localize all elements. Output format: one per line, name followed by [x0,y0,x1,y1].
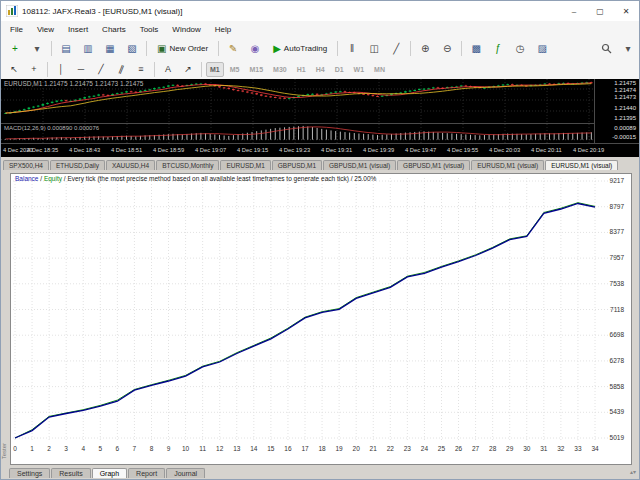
toolbar-separator [218,41,219,56]
svg-text:34: 34 [591,445,599,452]
maximize-button[interactable]: ▢ [587,1,613,21]
window-title: 108112: JAFX-Real3 - [EURUSD,M1 (visual)… [22,7,182,16]
zoom-out-icon[interactable]: ⊖ [437,39,457,59]
close-button[interactable]: ✕ [613,1,639,21]
price-axis-label: 1.21395 [614,115,636,121]
chart-tab-9[interactable]: EURUSD,M1 (visual) [545,160,618,170]
search-icon[interactable] [596,39,616,59]
chart-area[interactable]: EURUSD,M1 1.21475 1.21475 1.21473 1.2147… [1,79,639,157]
tester-tab-journal[interactable]: Journal [166,468,205,478]
time-label: 4 Dec 20:19 [573,147,604,153]
menu-insert[interactable]: Insert [61,24,95,35]
expert-advisors-icon[interactable]: ◉ [245,39,265,59]
minimize-button[interactable]: – [561,1,587,21]
toolbar-drawing: ↖+│─╱∥≡A↗M1M5M15M30H1H4D1W1MN [1,60,639,80]
menu-help[interactable]: Help [208,24,238,35]
templates-icon: ▨ [537,44,546,54]
scroll-arrows[interactable]: ▴▾ [630,468,636,475]
horizontal-line-icon[interactable]: ─ [72,61,90,78]
timeframe-m1[interactable]: M1 [206,62,224,77]
fibonacci-icon[interactable]: ≡ [132,61,150,78]
time-label: 4 Dec 19:39 [363,147,394,153]
periods-icon[interactable]: ◷ [510,39,530,59]
svg-text:8797: 8797 [610,203,625,210]
metaeditor-icon[interactable]: ✎ [223,39,243,59]
arrows-tool-icon: ↗ [184,65,192,74]
timeframe-h4[interactable]: H4 [312,62,329,77]
expert-advisors-icon: ◉ [251,44,260,54]
toolbar-separator [51,41,52,56]
tester-tab-results[interactable]: Results [51,468,90,478]
zoom-in-icon[interactable]: ⊕ [415,39,435,59]
trendline-icon[interactable]: ╱ [92,61,110,78]
chart-tab-5[interactable]: GBPUSD,M1 [272,160,322,170]
timeframe-m30[interactable]: M30 [269,62,291,77]
timeframe-d1[interactable]: D1 [331,62,348,77]
menu-bar: FileViewInsertChartsToolsWindowHelp [1,21,639,38]
arrows-tool-icon[interactable]: ↗ [179,61,197,78]
chart-tab-6[interactable]: GBPUSD,M1 (visual) [323,160,396,170]
svg-text:7538: 7538 [610,280,625,287]
svg-text:5: 5 [98,445,102,452]
toolbar-more-icon[interactable]: ▾ [618,39,638,59]
terminal-icon[interactable]: ▧ [122,39,142,59]
tester-legend: Balance / Equity / Every tick (the most … [15,175,376,182]
chart-tab-1[interactable]: ETHUSD,Daily [50,160,105,170]
bar-chart-icon[interactable]: ‖ [342,39,362,59]
svg-text:27: 27 [472,445,480,452]
menu-charts[interactable]: Charts [95,24,133,35]
indicators-icon[interactable]: ƒ [488,39,508,59]
chart-tab-8[interactable]: EURUSD,M1 (visual) [471,160,544,170]
svg-text:10: 10 [182,445,190,452]
fibonacci-icon: ≡ [138,65,143,74]
time-label: 4 Dec 18:43 [69,147,100,153]
svg-text:15: 15 [267,445,275,452]
new-chart-icon[interactable]: + [5,39,25,59]
profiles-icon[interactable]: ▾ [27,39,47,59]
data-window-icon[interactable]: ▥ [78,39,98,59]
svg-text:8: 8 [150,445,154,452]
channel-icon[interactable]: ∥ [112,61,130,78]
candlestick-chart-icon: ◫ [369,44,378,54]
timeframe-m15[interactable]: M15 [245,62,267,77]
tile-windows-icon[interactable]: ▩ [466,39,486,59]
chart-symbol-label: EURUSD,M1 1.21475 1.21475 1.21473 1.2147… [4,80,144,87]
timeframe-h1[interactable]: H1 [293,62,310,77]
bar-chart-icon: ‖ [350,44,354,54]
new-chart-icon: + [12,44,18,54]
menu-window[interactable]: Window [165,24,207,35]
crosshair-icon[interactable]: + [25,61,43,78]
menu-file[interactable]: File [3,24,30,35]
new-order-button[interactable]: ▣New Order [151,39,214,59]
chart-tab-3[interactable]: BTCUSD,Monthly [156,160,219,170]
svg-text:11: 11 [199,445,206,452]
menu-tools[interactable]: Tools [133,24,166,35]
svg-text:5439: 5439 [610,408,625,415]
timeframe-m5[interactable]: M5 [226,62,244,77]
tester-tab-settings[interactable]: Settings [9,468,50,478]
menu-view[interactable]: View [30,24,61,35]
svg-text:32: 32 [557,445,565,452]
tester-graph[interactable]: 0123456789101112131415161718192021222324… [11,174,629,462]
autotrading-button[interactable]: ▶AutoTrading [267,39,333,59]
line-chart-icon[interactable]: ╱ [386,39,406,59]
chart-tab-0[interactable]: SPX500,H4 [3,160,49,170]
templates-icon[interactable]: ▨ [532,39,552,59]
text-tool-icon[interactable]: A [159,61,177,78]
tester-tab-graph[interactable]: Graph [92,468,127,478]
chart-tab-7[interactable]: GBPUSD,M1 (visual) [397,160,470,170]
market-watch-icon[interactable]: ▤ [56,39,76,59]
vertical-line-icon[interactable]: │ [52,61,70,78]
svg-text:33: 33 [574,445,582,452]
chart-tab-2[interactable]: XAUUSD,H4 [106,160,155,170]
timeframe-mn[interactable]: MN [370,62,389,77]
candlestick-chart-icon[interactable]: ◫ [364,39,384,59]
tester-tab-report[interactable]: Report [128,468,165,478]
time-label: 4 Dec 20:11 [531,147,562,153]
tester-graph-box[interactable]: 0123456789101112131415161718192021222324… [10,173,632,465]
chart-tab-4[interactable]: EURUSD,M1 [220,160,270,170]
horizontal-line-icon: ─ [78,65,84,74]
navigator-icon[interactable]: ▦ [100,39,120,59]
cursor-icon[interactable]: ↖ [5,61,23,78]
timeframe-w1[interactable]: W1 [350,62,369,77]
